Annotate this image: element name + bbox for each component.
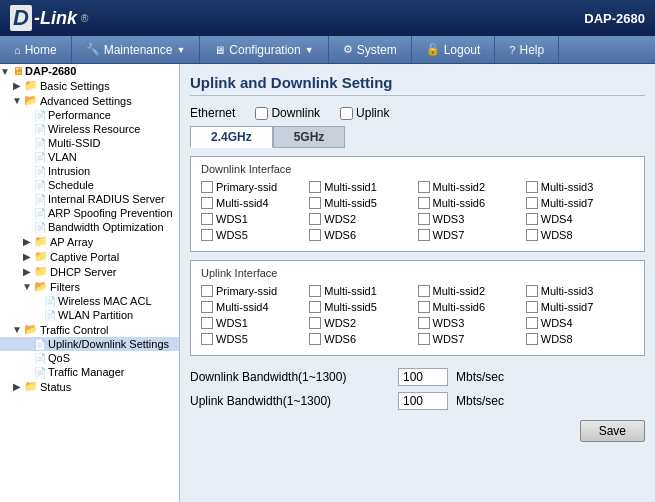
ul-multi-ssid3-cb[interactable] bbox=[526, 285, 538, 297]
sidebar-item-multi-ssid[interactable]: 📄 Multi-SSID bbox=[0, 136, 179, 150]
ul-wds7[interactable]: WDS7 bbox=[418, 333, 526, 345]
ul-multi-ssid1-cb[interactable] bbox=[309, 285, 321, 297]
downlink-bw-input[interactable] bbox=[398, 368, 448, 386]
ul-multi-ssid3[interactable]: Multi-ssid3 bbox=[526, 285, 634, 297]
nav-logout[interactable]: 🔓 Logout bbox=[412, 36, 496, 63]
sidebar-item-vlan[interactable]: 📄 VLAN bbox=[0, 150, 179, 164]
dl-multi-ssid3-cb[interactable] bbox=[526, 181, 538, 193]
sidebar-item-wireless-resource[interactable]: 📄 Wireless Resource bbox=[0, 122, 179, 136]
sidebar-root[interactable]: ▼ 🖥 DAP-2680 bbox=[0, 64, 179, 78]
ul-wds1-cb[interactable] bbox=[201, 317, 213, 329]
dl-multi-ssid2[interactable]: Multi-ssid2 bbox=[418, 181, 526, 193]
ul-multi-ssid2[interactable]: Multi-ssid2 bbox=[418, 285, 526, 297]
sidebar-item-arp[interactable]: 📄 ARP Spoofing Prevention bbox=[0, 206, 179, 220]
uplink-checkbox[interactable] bbox=[340, 107, 353, 120]
sidebar-item-uplink-downlink[interactable]: 📄 Uplink/Downlink Settings bbox=[0, 337, 179, 351]
sidebar-item-status[interactable]: ▶ 📁 Status bbox=[0, 379, 179, 394]
dl-multi-ssid2-cb[interactable] bbox=[418, 181, 430, 193]
save-button[interactable]: Save bbox=[580, 420, 645, 442]
dl-wds5[interactable]: WDS5 bbox=[201, 229, 309, 241]
ul-primary-ssid-cb[interactable] bbox=[201, 285, 213, 297]
ul-wds4-cb[interactable] bbox=[526, 317, 538, 329]
dl-wds4[interactable]: WDS4 bbox=[526, 213, 634, 225]
uplink-bw-input[interactable] bbox=[398, 392, 448, 410]
nav-system[interactable]: ⚙ System bbox=[329, 36, 412, 63]
ul-multi-ssid6-cb[interactable] bbox=[418, 301, 430, 313]
ul-multi-ssid4-cb[interactable] bbox=[201, 301, 213, 313]
sidebar-item-advanced-settings[interactable]: ▼ 📂 Advanced Settings bbox=[0, 93, 179, 108]
sidebar-item-intrusion[interactable]: 📄 Intrusion bbox=[0, 164, 179, 178]
ul-multi-ssid1[interactable]: Multi-ssid1 bbox=[309, 285, 417, 297]
sidebar-item-basic-settings[interactable]: ▶ 📁 Basic Settings bbox=[0, 78, 179, 93]
ul-multi-ssid4[interactable]: Multi-ssid4 bbox=[201, 301, 309, 313]
dl-multi-ssid6[interactable]: Multi-ssid6 bbox=[418, 197, 526, 209]
sidebar-item-bandwidth-opt[interactable]: 📄 Bandwidth Optimization bbox=[0, 220, 179, 234]
ul-wds7-cb[interactable] bbox=[418, 333, 430, 345]
dl-multi-ssid6-cb[interactable] bbox=[418, 197, 430, 209]
nav-help[interactable]: ? Help bbox=[495, 36, 559, 63]
ul-wds8-cb[interactable] bbox=[526, 333, 538, 345]
sidebar-item-traffic-control[interactable]: ▼ 📂 Traffic Control bbox=[0, 322, 179, 337]
ul-wds6-cb[interactable] bbox=[309, 333, 321, 345]
dl-wds7-cb[interactable] bbox=[418, 229, 430, 241]
ul-wds3-cb[interactable] bbox=[418, 317, 430, 329]
dl-wds6-cb[interactable] bbox=[309, 229, 321, 241]
ul-primary-ssid[interactable]: Primary-ssid bbox=[201, 285, 309, 297]
sidebar-item-captive-portal[interactable]: ▶ 📁 Captive Portal bbox=[0, 249, 179, 264]
dl-multi-ssid5[interactable]: Multi-ssid5 bbox=[309, 197, 417, 209]
dl-wds3-cb[interactable] bbox=[418, 213, 430, 225]
sidebar-item-qos[interactable]: 📄 QoS bbox=[0, 351, 179, 365]
dl-multi-ssid7-cb[interactable] bbox=[526, 197, 538, 209]
dl-multi-ssid5-cb[interactable] bbox=[309, 197, 321, 209]
dl-multi-ssid7[interactable]: Multi-ssid7 bbox=[526, 197, 634, 209]
ul-wds5[interactable]: WDS5 bbox=[201, 333, 309, 345]
downlink-checkbox-label[interactable]: Downlink bbox=[255, 106, 320, 120]
sidebar-item-radius[interactable]: 📄 Internal RADIUS Server bbox=[0, 192, 179, 206]
dl-wds2[interactable]: WDS2 bbox=[309, 213, 417, 225]
dl-wds1-cb[interactable] bbox=[201, 213, 213, 225]
sidebar-item-schedule[interactable]: 📄 Schedule bbox=[0, 178, 179, 192]
ul-multi-ssid5[interactable]: Multi-ssid5 bbox=[309, 301, 417, 313]
tab-2-4ghz[interactable]: 2.4GHz bbox=[190, 126, 273, 148]
dl-primary-ssid[interactable]: Primary-ssid bbox=[201, 181, 309, 193]
nav-configuration[interactable]: 🖥 Configuration ▼ bbox=[200, 36, 328, 63]
ul-multi-ssid7-cb[interactable] bbox=[526, 301, 538, 313]
ul-wds4[interactable]: WDS4 bbox=[526, 317, 634, 329]
sidebar-item-wlan-partition[interactable]: 📄 WLAN Partition bbox=[0, 308, 179, 322]
dl-multi-ssid3[interactable]: Multi-ssid3 bbox=[526, 181, 634, 193]
uplink-checkbox-label[interactable]: Uplink bbox=[340, 106, 389, 120]
ul-wds1[interactable]: WDS1 bbox=[201, 317, 309, 329]
ul-multi-ssid7[interactable]: Multi-ssid7 bbox=[526, 301, 634, 313]
ul-wds5-cb[interactable] bbox=[201, 333, 213, 345]
ul-wds2-cb[interactable] bbox=[309, 317, 321, 329]
sidebar-item-dhcp[interactable]: ▶ 📁 DHCP Server bbox=[0, 264, 179, 279]
ul-multi-ssid2-cb[interactable] bbox=[418, 285, 430, 297]
dl-wds4-cb[interactable] bbox=[526, 213, 538, 225]
dl-multi-ssid4[interactable]: Multi-ssid4 bbox=[201, 197, 309, 209]
sidebar-item-performance[interactable]: 📄 Performance bbox=[0, 108, 179, 122]
dl-wds2-cb[interactable] bbox=[309, 213, 321, 225]
ul-multi-ssid5-cb[interactable] bbox=[309, 301, 321, 313]
dl-wds6[interactable]: WDS6 bbox=[309, 229, 417, 241]
dl-wds5-cb[interactable] bbox=[201, 229, 213, 241]
sidebar-item-filters[interactable]: ▼ 📂 Filters bbox=[0, 279, 179, 294]
dl-primary-ssid-cb[interactable] bbox=[201, 181, 213, 193]
sidebar-item-ap-array[interactable]: ▶ 📁 AP Array bbox=[0, 234, 179, 249]
downlink-checkbox[interactable] bbox=[255, 107, 268, 120]
ul-wds3[interactable]: WDS3 bbox=[418, 317, 526, 329]
tab-5ghz[interactable]: 5GHz bbox=[273, 126, 346, 148]
sidebar-item-traffic-manager[interactable]: 📄 Traffic Manager bbox=[0, 365, 179, 379]
nav-maintenance[interactable]: 🔧 Maintenance ▼ bbox=[72, 36, 201, 63]
dl-wds3[interactable]: WDS3 bbox=[418, 213, 526, 225]
ul-wds2[interactable]: WDS2 bbox=[309, 317, 417, 329]
dl-multi-ssid1-cb[interactable] bbox=[309, 181, 321, 193]
sidebar-item-wireless-mac-acl[interactable]: 📄 Wireless MAC ACL bbox=[0, 294, 179, 308]
dl-multi-ssid4-cb[interactable] bbox=[201, 197, 213, 209]
dl-wds7[interactable]: WDS7 bbox=[418, 229, 526, 241]
dl-wds8[interactable]: WDS8 bbox=[526, 229, 634, 241]
dl-multi-ssid1[interactable]: Multi-ssid1 bbox=[309, 181, 417, 193]
dl-wds1[interactable]: WDS1 bbox=[201, 213, 309, 225]
dl-wds8-cb[interactable] bbox=[526, 229, 538, 241]
nav-home[interactable]: ⌂ Home bbox=[0, 36, 72, 63]
ul-wds8[interactable]: WDS8 bbox=[526, 333, 634, 345]
